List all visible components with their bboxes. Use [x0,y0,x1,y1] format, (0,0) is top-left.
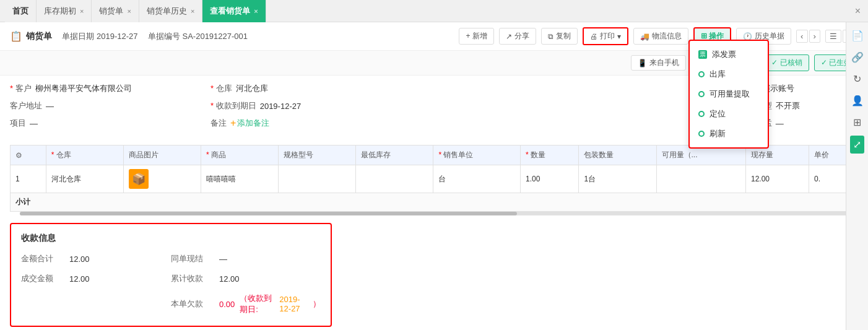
form-date-group: 单据日期 2019-12-27 [62,31,138,42]
col-min-stock: 最低库存 [356,145,433,165]
sold-check-icon: ✓ [771,58,778,67]
form-date-value: 2019-12-27 [97,32,138,41]
balance-row: 本单欠款 0.00 （收款到期日: 2019-12-27） [171,291,321,317]
tab-sales[interactable]: 销货单 × [92,0,139,22]
sidebar-link-icon[interactable]: 🔗 [849,49,866,66]
prev-button[interactable]: ‹ [796,30,807,43]
tab-check-sales[interactable]: 查看销货单 × [202,0,266,22]
tab-sales-history[interactable]: 销货单历史 × [139,0,202,22]
sidebar-refresh-icon[interactable]: ↻ [851,71,864,87]
add-invoice-icon: 票 [698,50,707,59]
col-product: 商品 [201,145,279,165]
row-min-stock [356,165,433,193]
products-table: ⚙ 仓库 商品图片 商品 规格型号 最低库存 销售单位 数量 包装数量 可用量（… [10,145,858,212]
effective-check-icon: ✓ [821,58,827,67]
note-group: 备注 添加备注 [210,118,334,129]
settings-icon[interactable]: ⚙ [15,151,22,160]
payment-title: 收款信息 [21,233,321,244]
balance-paren: ） [313,298,321,310]
project-label: 项目 [10,118,26,129]
from-phone-button[interactable]: 📱 来自手机 [631,55,686,71]
sidebar-user-icon[interactable]: 👤 [849,92,866,109]
row-image: 📦 [123,165,201,193]
tab-check-sales-close[interactable]: × [254,7,258,15]
tab-home[interactable]: 首页 [5,0,37,22]
address-group: 客户地址 — [10,100,134,111]
project-value: — [30,119,38,128]
available-qty-item[interactable]: 可用量提取 [690,84,768,104]
tab-sales-history-close[interactable]: × [191,7,194,15]
customer-group: 客户 柳州粤港平安气体有限公司 [10,83,134,94]
payment-section: 收款信息 金额合计 12.00 同单现结 — 成交金额 12.00 累计收款 1… [10,223,332,327]
table-container: ⚙ 仓库 商品图片 商品 规格型号 最低库存 销售单位 数量 包装数量 可用量（… [0,142,868,218]
print-icon: 🖨 [590,32,597,41]
balance-value: 0.00 [219,300,235,309]
ticket-type-value: 不开票 [776,100,800,111]
nav-arrows: ‹ › [796,30,820,43]
print-button[interactable]: 🖨 打印 ▾ [583,27,628,45]
subtotal-row: 小计 [11,193,858,212]
due-date-group: 收款到期日 2019-12-27 [210,100,334,111]
col-settings: ⚙ [11,145,46,165]
scroll-track[interactable] [20,212,848,215]
row-quantity: 1.00 [521,165,579,193]
new-button[interactable]: + 新增 [459,28,493,45]
deal-amount-label: 成交金额 [21,273,64,284]
same-settlement-value: — [219,254,227,264]
subtotal-label: 小计 [11,193,858,212]
sidebar-expand-icon[interactable]: ⤢ [850,136,864,154]
deal-amount-value: 12.00 [69,274,90,284]
customer-label: 客户 [10,83,32,94]
due-date-label: 收款到期日 [210,100,256,111]
form-number-label: 单据编号 [148,31,180,42]
refresh-icon [698,131,705,137]
tab-inventory-close[interactable]: × [80,7,84,15]
project-group: 项目 — [10,118,134,129]
row-unit: 台 [433,165,521,193]
col-quantity: 数量 [521,145,579,165]
scroll-thumb [20,212,517,215]
col-spec: 规格型号 [279,145,356,165]
cumulative-value: 12.00 [219,274,240,284]
available-qty-icon [698,91,705,97]
form-title-icon: 📋 [10,30,22,42]
add-note-button[interactable]: 添加备注 [230,118,269,129]
cumulative-label: 累计收款 [171,273,214,284]
deal-amount-row: 成交金额 12.00 [21,271,171,286]
row-spec [279,165,356,193]
form-number-group: 单据编号 SA-20191227-001 [148,31,248,42]
list-view-button[interactable]: ☰ [825,30,841,43]
next-button[interactable]: › [809,30,820,43]
tab-inventory[interactable]: 库存期初 × [37,0,92,22]
due-date-value: 2019-12-27 [260,102,302,111]
row-stock: 12.00 [745,165,809,193]
note-label: 备注 [210,118,227,129]
salesperson-value: — [776,119,784,128]
form-meta: 单据日期 2019-12-27 单据编号 SA-20191227-001 [62,31,248,42]
tab-bar: 首页 库存期初 × 销货单 × 销货单历史 × 查看销货单 × × [0,0,868,22]
outbound-item[interactable]: 出库 [690,64,768,84]
balance-label: 本单欠款 [171,298,214,310]
copy-button[interactable]: ⧉ 复制 [541,28,578,45]
sidebar-grid-icon[interactable]: ⊞ [851,114,864,131]
share-icon: ↗ [506,32,512,41]
print-arrow: ▾ [617,32,621,41]
row-available [656,165,745,193]
sidebar-doc-icon[interactable]: 📄 [849,27,866,44]
address-label: 客户地址 [10,100,42,111]
add-invoice-item[interactable]: 票 添发票 [690,45,768,64]
share-button[interactable]: ↗ 分享 [499,28,536,45]
locate-icon [698,111,705,117]
logistics-icon: 🚚 [640,32,649,41]
form-number-value: SA-20191227-001 [183,32,248,41]
already-sold-button[interactable]: ✓ 已核销 [765,54,809,71]
logistics-button[interactable]: 🚚 物流信息 [633,28,688,45]
refresh-item[interactable]: 刷新 [690,124,768,144]
row-index: 1 [11,165,46,193]
product-image: 📦 [129,169,149,189]
form-header-left: 📋 销货单 单据日期 2019-12-27 单据编号 SA-20191227-0… [10,30,248,42]
window-close-button[interactable]: × [855,6,861,17]
operations-dropdown: 票 添发票 出库 可用量提取 定位 刷新 [688,40,769,149]
locate-item[interactable]: 定位 [690,104,768,124]
tab-sales-close[interactable]: × [127,7,131,15]
